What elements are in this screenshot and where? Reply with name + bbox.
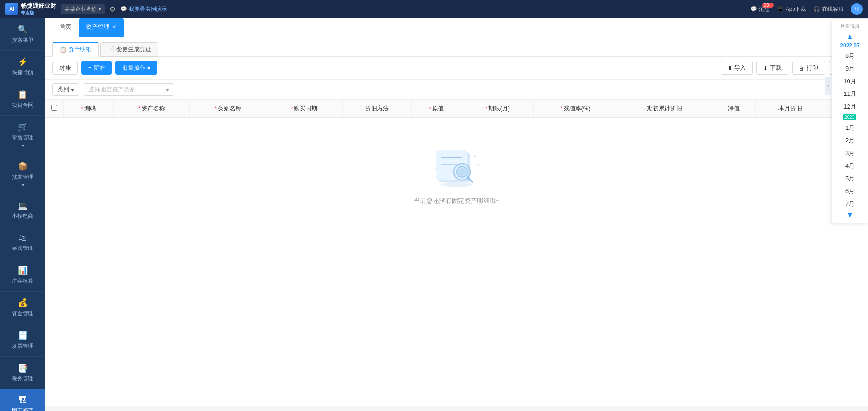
category-input[interactable]: 选择固定资产类别 ▾ <box>84 83 174 96</box>
svg-text:✦: ✦ <box>472 153 477 160</box>
phone-icon: 📱 <box>777 6 784 12</box>
filter-dropdown-icon: ▾ <box>71 86 74 93</box>
message-badge: 99+ <box>762 3 774 8</box>
sidebar-label: 采购管理 <box>12 245 33 252</box>
logo-area: Ai 畅捷通好业财 专业版 <box>5 2 56 16</box>
right-actions: 💬 消息 99+ 📱 App下载 🎧 在线客服 张 <box>750 3 863 15</box>
tab-home[interactable]: 首页 <box>52 18 79 37</box>
tax-icon: 📑 <box>18 363 28 373</box>
settings-icon[interactable]: ⚙ <box>109 5 116 14</box>
sidebar-item-wholesale[interactable]: 📦 批发管理 ▾ <box>0 155 45 194</box>
th-category-name: *类别名称 <box>190 100 266 118</box>
sidebar-label: 批发管理 <box>12 173 33 181</box>
month-item-2023-4[interactable]: 4月 <box>832 160 868 172</box>
th-original-value: *原值 <box>411 100 462 118</box>
month-panel: 月份选择 ▲ 2022.07 8月 9月 10月 11月 12月 2023 1月… <box>832 18 868 223</box>
select-all-checkbox[interactable] <box>51 105 57 111</box>
tab-home-label: 首页 <box>60 23 71 31</box>
month-nav-up[interactable]: ▲ <box>846 32 854 42</box>
filter-bar: 类别 ▾ 选择固定资产类别 ▾ <box>45 80 868 100</box>
tab-asset-management-label: 资产管理 <box>86 23 109 31</box>
sub-tab-change-voucher[interactable]: 📄 变更生成凭证 <box>100 42 158 57</box>
contract-icon: 📋 <box>18 90 28 99</box>
sidebar-item-search-menu[interactable]: 🔍 搜索菜单 <box>0 18 45 51</box>
th-asset-name: *资产名称 <box>113 100 190 118</box>
online-service-button[interactable]: 🎧 在线客服 <box>813 5 844 13</box>
app-name: 畅捷通好业财 专业版 <box>21 2 56 16</box>
company-name: 某某企业名称 <box>64 5 97 13</box>
demo-icon: 💬 <box>120 6 127 12</box>
sidebar-item-inventory[interactable]: 📊 库存核算 <box>0 259 45 292</box>
arrow-icon: ▾ <box>22 143 24 148</box>
logo-text: Ai <box>9 7 14 12</box>
sub-tab-asset-detail[interactable]: 📋 资产明细 <box>52 42 99 57</box>
app-download-button[interactable]: 📱 App下载 <box>777 5 806 13</box>
change-voucher-icon: 📄 <box>107 46 114 52</box>
month-panel-title: 月份选择 <box>840 21 860 32</box>
th-depreciation-method: 折旧方法 <box>342 100 411 118</box>
asset-detail-icon: 📋 <box>59 46 66 53</box>
month-nav-down[interactable]: ▼ <box>846 210 854 220</box>
batch-dropdown-icon: ▾ <box>147 65 151 71</box>
demo-link[interactable]: 💬 我要看实例演示 <box>120 5 167 13</box>
main-layout: 🔍 搜索菜单 ⚡ 快捷导航 📋 项目合同 🛒 零售管理 ▾ 📦 批发管理 ▾ 💻… <box>0 18 868 411</box>
month-item-9[interactable]: 9月 <box>832 62 868 75</box>
month-item-2023-7[interactable]: 7月 <box>832 198 868 210</box>
month-item-2023-2[interactable]: 2月 <box>832 134 868 147</box>
sidebar-item-purchase[interactable]: 🛍 采购管理 <box>0 227 45 259</box>
sidebar-item-retail[interactable]: 🛒 零售管理 ▾ <box>0 116 45 155</box>
sidebar-item-tax[interactable]: 📑 税务管理 <box>0 357 45 389</box>
sidebar-label: 搜索菜单 <box>12 36 33 44</box>
month-item-2023-1[interactable]: 1月 <box>832 122 868 134</box>
top-header: Ai 畅捷通好业财 专业版 某某企业名称 ▾ ⚙ 💬 我要看实例演示 💬 消息 … <box>0 0 868 18</box>
import-button[interactable]: ⬇ 导入 <box>721 61 753 75</box>
batch-button[interactable]: 批量操作 ▾ <box>115 61 157 75</box>
month-panel-toggle[interactable]: ‹ <box>825 77 832 95</box>
sub-tabs: 📋 资产明细 📄 变更生成凭证 <box>45 37 868 57</box>
category-filter[interactable]: 类别 ▾ <box>52 83 79 96</box>
tab-close-icon[interactable]: ✕ <box>112 24 117 30</box>
month-item-11[interactable]: 11月 <box>832 88 868 100</box>
sidebar-label: 快捷导航 <box>12 69 33 76</box>
current-year-display[interactable]: 2022.07 <box>840 42 859 50</box>
th-purchase-date: *购买日期 <box>266 100 342 118</box>
month-item-2023-6[interactable]: 6月 <box>832 185 868 198</box>
add-button[interactable]: + 新增 <box>81 61 112 75</box>
month-item-12[interactable]: 12月 <box>832 100 868 113</box>
scrollbar-area[interactable] <box>45 406 868 411</box>
sidebar-item-ecommerce[interactable]: 💻 小畅电商 <box>0 194 45 227</box>
month-item-2023-5[interactable]: 5月 <box>832 172 868 185</box>
th-period: *期限(月) <box>462 100 533 118</box>
sidebar-item-invoice[interactable]: 🧾 发票管理 <box>0 324 45 357</box>
company-selector[interactable]: 某某企业名称 ▾ <box>61 4 105 14</box>
user-initial: 张 <box>854 6 859 13</box>
month-item-2023-3[interactable]: 3月 <box>832 147 868 160</box>
sidebar-item-quick-nav[interactable]: ⚡ 快捷导航 <box>0 51 45 83</box>
print-button[interactable]: 🖨 打印 <box>792 61 825 75</box>
fund-icon: 💰 <box>18 298 28 308</box>
toolbar: 对账 + 新增 批量操作 ▾ ⬇ 导入 ⬇ 下载 <box>45 57 868 80</box>
user-avatar[interactable]: 张 <box>851 3 863 15</box>
th-net-value: 净值 <box>712 100 755 118</box>
print-icon: 🖨 <box>799 65 805 71</box>
arrow-icon: ▾ <box>22 183 24 188</box>
purchase-icon: 🛍 <box>19 233 27 243</box>
sidebar-item-project-contract[interactable]: 📋 项目合同 <box>0 83 45 116</box>
app-logo: Ai <box>5 3 18 15</box>
reconcile-button[interactable]: 对账 <box>52 61 78 75</box>
download-button[interactable]: ⬇ 下载 <box>756 61 788 75</box>
message-icon: 💬 <box>750 6 757 12</box>
month-item-8[interactable]: 8月 <box>832 50 868 62</box>
sidebar-item-fixed-assets[interactable]: 🏗 固定资产 <box>0 389 45 411</box>
tab-asset-management[interactable]: 资产管理 ✕ <box>79 18 124 37</box>
retail-icon: 🛒 <box>18 122 28 132</box>
message-button[interactable]: 💬 消息 99+ <box>750 5 770 13</box>
sidebar-label: 资金管理 <box>12 310 33 317</box>
sidebar-item-fund[interactable]: 💰 资金管理 <box>0 292 45 324</box>
month-item-10[interactable]: 10月 <box>832 75 868 88</box>
sidebar-label: 项目合同 <box>12 101 33 109</box>
asset-table: *编码 *资产名称 *类别名称 *购买日期 折旧方法 *原值 *期限(月) *残… <box>45 100 868 118</box>
dropdown-icon: ▾ <box>99 6 101 12</box>
th-accumulated-depreciation: 期初累计折旧 <box>617 100 712 118</box>
svg-point-9 <box>458 168 466 175</box>
